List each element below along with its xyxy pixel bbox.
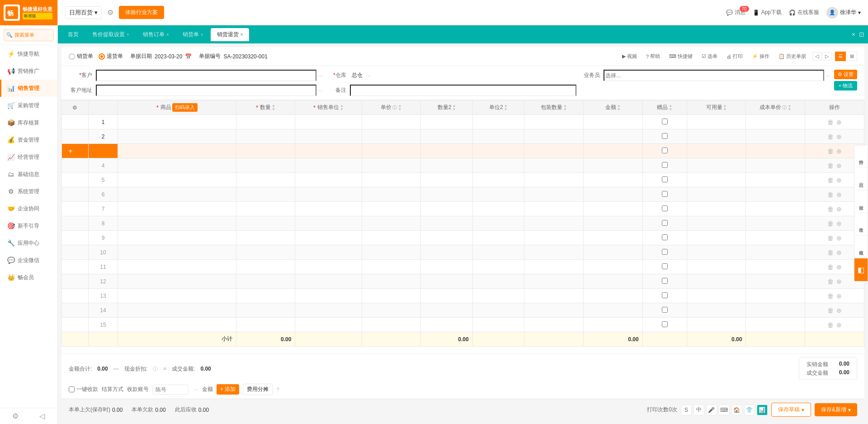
tab-sales-return[interactable]: 销货退货 × [211, 28, 250, 41]
radio-sale[interactable]: 销货单 [69, 52, 93, 60]
industry-dropdown[interactable]: 日用百货 ▾ [65, 6, 102, 19]
fee-help-icon[interactable]: ? [276, 387, 279, 392]
copy-row-icon[interactable]: ⊕ [836, 148, 842, 155]
radio-return[interactable]: 退货单 [99, 52, 123, 60]
delete-row-icon[interactable]: 🗑 [827, 119, 834, 126]
gift-checkbox[interactable] [662, 205, 668, 211]
user-menu[interactable]: 👤 徐泽华 ▾ [826, 7, 861, 19]
tab-close-icon[interactable]: × [201, 32, 203, 37]
delete-row-icon[interactable]: 🗑 [827, 263, 834, 271]
gift-checkbox[interactable] [662, 148, 668, 153]
row-pack[interactable] [524, 115, 584, 129]
delete-row-icon[interactable]: 🗑 [827, 307, 834, 314]
row-product[interactable] [118, 144, 236, 158]
row-avail[interactable] [687, 129, 746, 144]
row-amount[interactable] [583, 129, 642, 144]
product-input[interactable] [122, 119, 232, 125]
account-select-icon[interactable]: ··· [194, 386, 198, 393]
row-gift[interactable] [642, 144, 687, 158]
row-cost[interactable] [746, 115, 805, 129]
scan-button[interactable]: 扫码录入 [172, 103, 198, 112]
sidebar-item-member[interactable]: 👑 畅会员 [0, 269, 57, 286]
toolbar-icon-6[interactable]: 👕 [744, 405, 755, 415]
delete-row-icon[interactable]: 🗑 [827, 249, 834, 256]
row-amount[interactable] [583, 144, 642, 158]
row-qty[interactable] [236, 115, 295, 129]
sidebar-item-operation[interactable]: 📈 经营管理 [0, 148, 57, 166]
row-pack[interactable] [524, 144, 584, 158]
copy-row-icon[interactable]: ⊕ [836, 191, 842, 198]
row-avail[interactable] [687, 115, 746, 129]
sidebar-item-finance[interactable]: 💰 资金管理 [0, 131, 57, 148]
sidebar-item-system[interactable]: ⚙ 系统管理 [0, 183, 57, 200]
search-menu-button[interactable]: 🔍 搜索菜单 [4, 29, 54, 41]
copy-row-icon[interactable]: ⊕ [836, 307, 842, 314]
gift-checkbox[interactable] [662, 176, 668, 182]
gift-checkbox[interactable] [662, 191, 668, 197]
toolbar-icon-2[interactable]: 中 [693, 405, 704, 415]
gift-checkbox[interactable] [662, 162, 668, 168]
gift-checkbox[interactable] [662, 119, 668, 124]
history-btn[interactable]: 📋 历史单据 [776, 52, 809, 61]
toolbar-icon-7[interactable]: 📊 [757, 405, 768, 415]
list-view-btn[interactable]: ☰ [835, 52, 846, 61]
delete-row-icon[interactable]: 🗑 [827, 162, 834, 169]
close-tab-button[interactable]: × [852, 31, 855, 38]
header-gear-icon[interactable]: ⚙ [107, 8, 113, 17]
copy-row-icon[interactable]: ⊕ [836, 205, 842, 213]
video-btn[interactable]: ▶ 视频 [619, 52, 640, 61]
experience-btn[interactable]: 体验行业方案 [119, 6, 164, 19]
copy-row-icon[interactable]: ⊕ [836, 162, 842, 169]
row-pack[interactable] [524, 129, 584, 144]
sidebar-item-basic[interactable]: 🗂 基础信息 [0, 166, 57, 183]
sidebar-item-inventory[interactable]: 📦 库存核算 [0, 114, 57, 131]
row-cost[interactable] [746, 144, 805, 158]
row-price[interactable] [362, 115, 421, 129]
row-qty[interactable] [236, 144, 295, 158]
gift-checkbox[interactable] [662, 133, 668, 139]
one-pay-checkbox[interactable] [69, 386, 75, 392]
log-btn[interactable]: 日志 [854, 168, 868, 191]
delete-row-icon[interactable]: 🗑 [827, 205, 834, 213]
app-download-btn[interactable]: 📱 App下载 [753, 9, 782, 16]
gift-checkbox[interactable] [662, 278, 668, 284]
save-draft-button[interactable]: 保存草稿 ▾ [771, 403, 811, 417]
delete-row-icon[interactable]: 🗑 [827, 220, 834, 227]
grid-view-btn[interactable]: ⊞ [847, 52, 857, 61]
gift-checkbox[interactable] [662, 307, 668, 313]
row-unit[interactable] [295, 129, 362, 144]
delete-row-icon[interactable]: 🗑 [827, 321, 834, 329]
operate-btn[interactable]: ⚡ 操作 [749, 52, 772, 61]
logistics-btn[interactable]: + 物流 [834, 81, 857, 91]
copy-row-icon[interactable]: ⊕ [836, 292, 842, 300]
row-gift[interactable] [642, 115, 687, 129]
approve-btn[interactable]: 审批 [854, 191, 868, 213]
row-product[interactable] [118, 115, 236, 129]
remark-input[interactable] [350, 85, 577, 96]
delete-row-icon[interactable]: 🗑 [827, 234, 834, 242]
copy-row-icon[interactable]: ⊕ [836, 321, 842, 329]
account-input[interactable] [152, 385, 189, 395]
row-price[interactable] [362, 144, 421, 158]
row-cost[interactable] [746, 129, 805, 144]
active-float-btn[interactable]: ◧ [854, 258, 868, 281]
product-input-active[interactable] [122, 148, 232, 154]
row-qty[interactable] [236, 129, 295, 144]
next-record-btn[interactable]: ▷ [822, 52, 831, 61]
address-input[interactable] [96, 85, 316, 96]
calendar-icon[interactable]: 📅 [185, 53, 192, 60]
attachment-btn[interactable]: 附件 [854, 145, 868, 168]
tab-sales-bill[interactable]: 销货单 × [176, 28, 210, 41]
select-btn[interactable]: ☑ 选单 [699, 52, 720, 61]
copy-row-icon[interactable]: ⊕ [836, 119, 842, 126]
copy-row-icon[interactable]: ⊕ [836, 263, 842, 271]
message-btn[interactable]: 💬 消息 70 [726, 9, 745, 16]
customer-select-icon[interactable]: ··· [318, 72, 323, 79]
online-service-btn[interactable]: 🎧 在线客服 [789, 9, 819, 16]
row-qty2[interactable] [421, 129, 472, 144]
gift-checkbox[interactable] [662, 220, 668, 226]
sidebar-item-apps[interactable]: 🔧 应用中心 [0, 234, 57, 252]
customer-input[interactable] [96, 70, 316, 81]
sidebar-item-purchase[interactable]: 🛒 采购管理 [0, 97, 57, 114]
copy-row-icon[interactable]: ⊕ [836, 176, 842, 184]
